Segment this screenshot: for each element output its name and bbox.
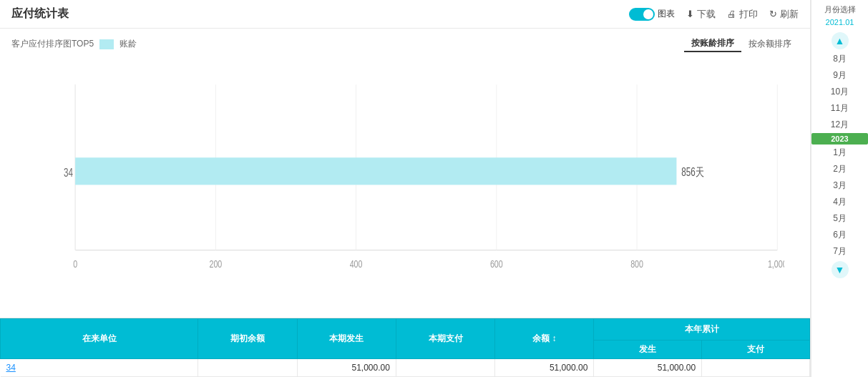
refresh-button[interactable]: ↻ 刷新 — [769, 8, 799, 21]
bar-chart-container: 34 856天 0 200 400 600 800 1,000 — [11, 58, 799, 310]
month-item-5月[interactable]: 5月 — [811, 210, 868, 227]
cell-year-pay — [702, 359, 810, 377]
stats-table: 在来单位 期初余额 本期发生 本期支付 余额 ↕ 本年累计 发生 支付 34 5… — [0, 318, 810, 377]
month-item-10月[interactable]: 10月 — [811, 84, 868, 100]
right-sidebar: 月份选择 2021.01 ▲ 8月9月10月11月12月20231月2月3月4月… — [811, 0, 868, 377]
chevron-up-icon: ▲ — [835, 35, 845, 46]
svg-text:1,000: 1,000 — [768, 258, 784, 270]
col-header-year-pay: 支付 — [702, 341, 810, 359]
svg-text:600: 600 — [490, 258, 503, 270]
cell-pay — [396, 359, 494, 377]
svg-text:0: 0 — [73, 258, 77, 270]
month-item-11月[interactable]: 11月 — [811, 100, 868, 117]
svg-text:400: 400 — [350, 258, 363, 270]
month-item-4月[interactable]: 4月 — [811, 194, 868, 210]
legend-label: 客户应付排序图TOP5 — [11, 38, 94, 50]
print-label: 打印 — [739, 8, 758, 21]
sort-by-balance-button[interactable]: 按账龄排序 — [684, 36, 741, 52]
month-item-12月[interactable]: 12月 — [811, 117, 868, 133]
toggle-track — [629, 8, 655, 21]
month-item-7月[interactable]: 7月 — [811, 243, 868, 260]
month-list: 8月9月10月11月12月20231月2月3月4月5月6月7月 — [811, 51, 868, 260]
month-item-3月[interactable]: 3月 — [811, 177, 868, 194]
sidebar-title: 月份选择 — [824, 4, 856, 15]
download-label: 下载 — [697, 8, 716, 21]
cell-name: 34 — [1, 359, 198, 377]
chart-section: 客户应付排序图TOP5 账龄 按账龄排序 按余额排序 — [0, 29, 810, 318]
svg-text:34: 34 — [64, 167, 73, 180]
bar-chart-svg: 34 856天 0 200 400 600 800 1,000 — [54, 65, 784, 289]
refresh-icon: ↻ — [769, 9, 777, 19]
chart-header: 客户应付排序图TOP5 账龄 按账龄排序 按余额排序 — [11, 36, 799, 52]
bar-34 — [75, 157, 676, 185]
toggle-thumb — [643, 9, 653, 19]
legend-color-label: 账龄 — [120, 38, 137, 50]
cell-occur: 51,000.00 — [297, 359, 396, 377]
month-item-2月[interactable]: 2月 — [811, 161, 868, 177]
col-header-pay: 本期支付 — [396, 319, 494, 359]
chart-legend: 客户应付排序图TOP5 账龄 — [11, 38, 137, 50]
header-actions: 图表 ⬇ 下载 🖨 打印 ↻ 刷新 — [629, 8, 799, 21]
page-title: 应付统计表 — [11, 6, 69, 21]
svg-text:200: 200 — [209, 258, 222, 270]
sort-by-amount-button[interactable]: 按余额排序 — [741, 36, 799, 52]
table-row: 34 51,000.00 51,000.00 51,000.00 — [1, 359, 810, 377]
download-button[interactable]: ⬇ 下载 — [686, 8, 716, 21]
scroll-down-button[interactable]: ▼ — [832, 261, 849, 278]
table-section: 在来单位 期初余额 本期发生 本期支付 余额 ↕ 本年累计 发生 支付 34 5… — [0, 318, 810, 377]
col-header-year-occur: 发生 — [594, 341, 702, 359]
name-link[interactable]: 34 — [6, 363, 16, 373]
svg-text:856天: 856天 — [681, 165, 703, 178]
download-icon: ⬇ — [686, 9, 694, 19]
legend-color-box — [99, 39, 114, 49]
month-item-9月[interactable]: 9月 — [811, 67, 868, 84]
cell-opening — [198, 359, 297, 377]
cell-year-occur: 51,000.00 — [594, 359, 702, 377]
col-header-yearly: 本年累计 — [594, 319, 810, 341]
col-header-name: 在来单位 — [1, 319, 198, 359]
scroll-up-button[interactable]: ▲ — [832, 32, 849, 49]
sidebar-date: 2021.01 — [826, 18, 854, 26]
month-item-8月[interactable]: 8月 — [811, 51, 868, 67]
col-header-occur: 本期发生 — [297, 319, 396, 359]
chevron-down-icon: ▼ — [835, 264, 845, 275]
col-header-balance: 余额 ↕ — [495, 319, 594, 359]
chart-toggle-label: 图表 — [658, 8, 675, 20]
refresh-label: 刷新 — [780, 8, 799, 21]
month-item-1月[interactable]: 1月 — [811, 145, 868, 161]
col-header-opening: 期初余额 — [198, 319, 297, 359]
cell-balance: 51,000.00 — [495, 359, 594, 377]
chart-toggle[interactable]: 图表 — [629, 8, 675, 21]
month-item-6月[interactable]: 6月 — [811, 227, 868, 243]
svg-text:800: 800 — [630, 258, 643, 270]
print-icon: 🖨 — [727, 9, 736, 19]
chart-sort-buttons: 按账龄排序 按余额排序 — [684, 36, 799, 52]
print-button[interactable]: 🖨 打印 — [727, 8, 758, 21]
year-label-2023[interactable]: 2023 — [811, 133, 868, 145]
